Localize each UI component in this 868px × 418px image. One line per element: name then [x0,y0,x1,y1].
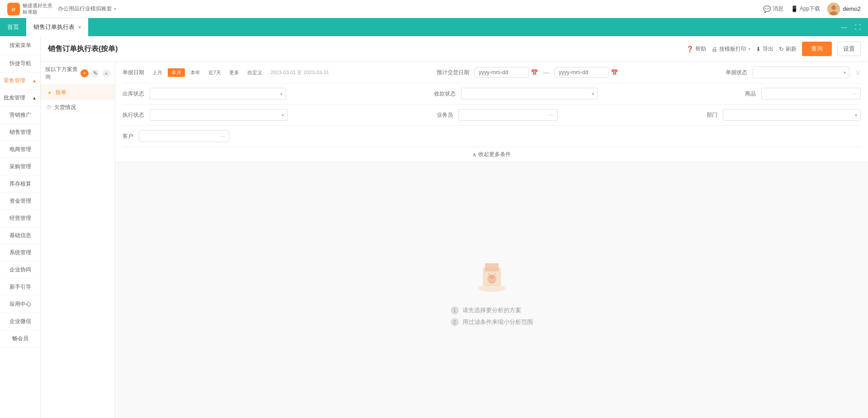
sidebar-item-business[interactable]: 经营管理 [0,210,40,227]
sidebar-item-marketing[interactable]: 营销推广 [0,107,40,124]
sidebar-item-basic[interactable]: 基础信息 [0,227,40,244]
sidebar-quick-nav-section: 快捷导航 [0,55,40,72]
empty-illustration [469,254,514,301]
search-button[interactable]: 查询 [802,42,832,56]
download-icon: 📱 [791,5,798,12]
main-with-panel: 按以下方案查询 + ✎ « 🔸 按单 ⏱ 欠货情况 [41,62,868,418]
receipt-status-select[interactable] [461,88,598,100]
date-btn-custom[interactable]: 自定义 [245,68,265,77]
sidebar-item-system[interactable]: 系统管理 [0,244,40,261]
salesperson-input[interactable] [462,112,549,118]
page-header: 销售订单执行表(按单) ❓ 帮助 🖨 按模板打印 ▾ ⬇ 导出 [41,36,868,62]
left-panel: 按以下方案查询 + ✎ « 🔸 按单 ⏱ 欠货情况 [41,62,115,418]
date-end-input[interactable] [555,67,609,78]
date-btn-more[interactable]: 更多 [226,68,242,77]
delivery-status-label: 出库状态 [123,90,144,98]
user-profile[interactable]: demo2 [827,3,861,15]
breadcrumb: 办公用品行业模拟账套 ▾ [58,5,116,13]
shortage-icon: ⏱ [46,104,52,111]
sidebar-item-member[interactable]: 畅会员 [0,330,40,347]
date-btn-last-month[interactable]: 上月 [150,68,165,77]
calendar-start-icon[interactable]: 📅 [531,69,538,76]
salesperson-input-wrap: ··· [458,109,558,121]
svg-text:好: 好 [11,8,16,12]
quick-nav-button[interactable]: 快捷导航 [0,58,40,69]
salesperson-more-icon[interactable]: ··· [549,112,553,118]
tab-bar: 首页 销售订单执行表 × — ⛶ [0,18,868,36]
goods-more-icon[interactable]: ··· [852,90,857,97]
filter-container: 单据日期 上月 本月 本年 近7天 更多 自定义 2023-03-01 至 20… [115,62,868,162]
date-input-start-wrap: 📅 [475,67,538,78]
top-bar-right: 💬 消息 📱 App下载 demo2 [763,3,861,15]
delivery-status-wrap [150,88,286,100]
tab-sales-order[interactable]: 销售订单执行表 × [26,18,88,36]
window-maximize-button[interactable]: ⛶ [853,22,863,33]
sidebar-item-wechat[interactable]: 企业微信 [0,313,40,330]
message-button[interactable]: 💬 消息 [763,5,783,13]
date-btn-current-year[interactable]: 本年 [188,68,203,77]
status-dropdown-icon[interactable]: ∨ [855,67,861,77]
department-wrap [723,109,861,121]
filter-row-3: 执行状态 业务员 ··· [123,104,861,126]
tab-home[interactable]: 首页 [0,18,26,36]
date-input-end-wrap: 📅 [555,67,618,78]
date-btn-current-month[interactable]: 本月 [168,68,185,77]
execution-status-wrap [150,109,288,121]
tab-close-icon[interactable]: × [78,24,81,30]
date-btn-7days[interactable]: 近7天 [206,68,224,77]
sidebar-item-sales[interactable]: 销售管理 [0,124,40,141]
department-select[interactable] [723,109,861,121]
date-filter: 上月 本月 本年 近7天 更多 自定义 [150,68,265,77]
filter-row-2: 出库状态 收款状态 [123,83,861,104]
settings-button[interactable]: 设置 [837,42,861,56]
left-panel-add-button[interactable]: + [80,69,89,77]
help-button[interactable]: ❓ 帮助 [686,45,706,53]
svg-point-3 [831,5,836,10]
left-panel-item-by-order[interactable]: 🔸 按单 [41,85,115,100]
refresh-icon: ↻ [779,46,784,52]
sidebar-item-wholesale[interactable]: 批发管理 ▲ [0,90,40,107]
search-menu-button[interactable]: 搜索菜单 [4,40,37,51]
department-label: 部门 [707,111,717,119]
export-icon: ⬇ [756,46,761,52]
status-select[interactable] [753,66,849,78]
sidebar-item-inventory[interactable]: 库存核算 [0,176,40,193]
sidebar-item-appstore[interactable]: 应用中心 [0,296,40,313]
tip-1-number: 1 [451,306,459,314]
date-start-input[interactable] [475,67,529,78]
left-panel-collapse-button[interactable]: « [102,69,110,77]
delivery-status-select[interactable] [150,88,286,100]
calendar-end-icon[interactable]: 📅 [611,69,618,76]
logo-icon: 好 [7,3,20,15]
collapse-arrow-icon: ∧ [472,152,476,158]
collapse-more-button[interactable]: ∧ 收起更多条件 [123,147,861,162]
window-minimize-button[interactable]: — [839,22,849,33]
sidebar-item-finance[interactable]: 资金管理 [0,193,40,210]
right-content: 单据日期 上月 本月 本年 近7天 更多 自定义 2023-03-01 至 20… [115,62,868,418]
execution-status-select[interactable] [150,109,288,121]
customer-input[interactable] [143,133,221,139]
left-panel-item-shortage[interactable]: ⏱ 欠货情况 [41,100,115,115]
empty-tips: 1 请先选择要分析的方案 2 用过滤条件来缩小分析范围 [451,306,533,326]
sidebar-item-newbie[interactable]: 新手引导 [0,279,40,296]
sidebar-item-enterprise[interactable]: 企业协同 [0,261,40,279]
left-panel-edit-button[interactable]: ✎ [91,69,99,77]
export-button[interactable]: ⬇ 导出 [756,45,774,53]
sidebar-item-purchase[interactable]: 采购管理 [0,158,40,176]
predicted-date-label: 预计交货日期 [437,69,469,76]
top-bar: 好 畅捷通好生意 标准版 办公用品行业模拟账套 ▾ 💬 消息 📱 App下载 [0,0,868,18]
sidebar-item-retail[interactable]: 零售管理 ▲ [0,72,40,90]
date-range-display: 2023-03-01 至 2023-03-31 [270,69,329,76]
app-download-button[interactable]: 📱 App下载 [791,5,820,13]
sidebar-item-ecommerce[interactable]: 电商管理 [0,141,40,158]
status-label: 单据状态 [726,69,747,76]
empty-state: 1 请先选择要分析的方案 2 用过滤条件来缩小分析范围 [115,162,868,418]
empty-tip-2: 2 用过滤条件来缩小分析范围 [451,318,533,326]
goods-input[interactable] [765,90,852,97]
print-dropdown-icon: ▾ [748,47,750,52]
refresh-button[interactable]: ↻ 刷新 [779,45,797,53]
customer-more-icon[interactable]: ··· [221,133,225,139]
print-button[interactable]: 🖨 按模板打印 ▾ [712,45,750,53]
by-order-icon: 🔸 [46,90,53,96]
print-icon: 🖨 [712,46,717,52]
